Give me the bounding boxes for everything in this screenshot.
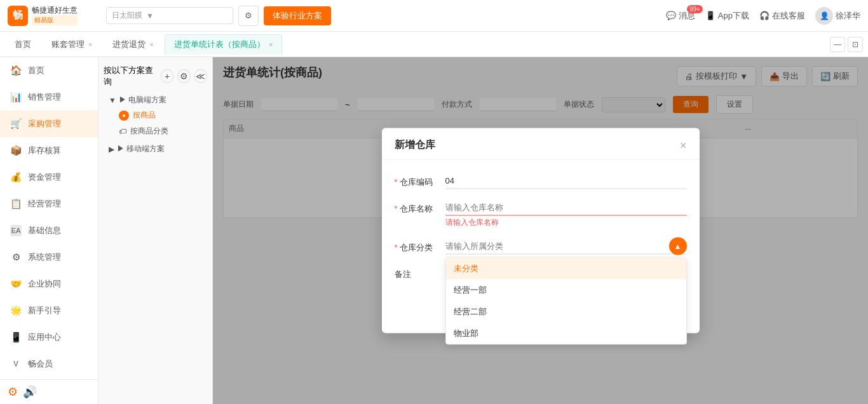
- sales-icon: 📊: [10, 91, 22, 103]
- sidebar-item-sales[interactable]: 📊 销售管理: [0, 84, 98, 111]
- dropdown-item-uncategorized[interactable]: 未分类: [446, 258, 686, 279]
- app-download-button[interactable]: 📱 App下载: [705, 10, 749, 22]
- user-menu-button[interactable]: 👤 徐泽华: [815, 7, 860, 25]
- code-label: 仓库编码: [395, 173, 445, 188]
- user-avatar: 👤: [815, 7, 833, 25]
- home-icon: 🏠: [10, 65, 22, 76]
- dialog-body: 仓库编码 仓库名称 请输入仓库名称: [382, 160, 700, 302]
- member-icon: V: [10, 358, 22, 370]
- notification-button[interactable]: 💬 消息 99+: [666, 10, 695, 22]
- tab-account-label: 账套管理: [51, 39, 85, 50]
- cooperation-icon: 🤝: [10, 278, 22, 290]
- scheme-tree: ▼ ▶ 电脑端方案 ● 按商品 🏷 按商品分类 ▶ ▶ 移动端: [104, 93, 207, 156]
- scheme-item-by-product[interactable]: ● 按商品: [109, 107, 207, 123]
- active-scheme-dot: ●: [119, 111, 129, 121]
- basic-icon: EA: [10, 225, 22, 236]
- sidebar-label-cooperation: 企业协同: [28, 278, 61, 290]
- category-arrow-button[interactable]: ▲: [669, 238, 687, 255]
- query-panel-header: 按以下方案查询 + ⚙ ≪: [104, 65, 207, 88]
- form-row-category: 仓库分类 ▲ 未分类 经营一部 经营二部 物业部: [395, 238, 687, 255]
- settings-button[interactable]: ⚙: [238, 6, 259, 26]
- tab-bar: 首页 账套管理 × 进货退货 × 进货单统计表（按商品） × — ⊡: [0, 32, 868, 57]
- logo-icon: 畅: [8, 6, 28, 26]
- name-label: 仓库名称: [395, 199, 445, 215]
- operation-icon: 📋: [10, 198, 22, 210]
- sidebar-item-basic[interactable]: EA 基础信息: [0, 217, 98, 244]
- query-collapse-button[interactable]: ≪: [194, 69, 207, 83]
- top-header: 畅 畅捷通好生意 精易版 日太阳膜 ▼ ⚙ 体验行业方案 💬 消息 99+ 📱 …: [0, 0, 868, 32]
- online-service-label: 在线客服: [772, 10, 805, 22]
- query-settings-button[interactable]: ⚙: [177, 69, 190, 83]
- category-control: ▲: [445, 238, 687, 255]
- sidebar-item-guide[interactable]: 🌟 新手引导: [0, 297, 98, 324]
- sidebar-label-sales: 销售管理: [28, 91, 61, 103]
- sidebar: 🏠 首页 📊 销售管理 🛒 采购管理 📦 库存核算 💰 资金管理 📋 经营管理 …: [0, 57, 98, 404]
- tab-purchase-return[interactable]: 进货退货 ×: [103, 34, 163, 55]
- sidebar-speaker-icon[interactable]: 🔊: [23, 385, 37, 399]
- sidebar-item-system[interactable]: ⚙ 系统管理: [0, 244, 98, 271]
- tab-maximize-button[interactable]: ⊡: [848, 37, 863, 52]
- dialog-close-button[interactable]: ×: [680, 139, 687, 151]
- code-input[interactable]: [445, 173, 687, 189]
- tab-purchase-return-close[interactable]: ×: [149, 41, 153, 48]
- sidebar-item-purchase[interactable]: 🛒 采购管理: [0, 111, 98, 137]
- dropdown-item-dept1[interactable]: 经营一部: [446, 279, 686, 301]
- sidebar-item-cooperation[interactable]: 🤝 企业协同: [0, 271, 98, 297]
- tab-account-close[interactable]: ×: [88, 41, 92, 48]
- sidebar-item-finance[interactable]: 💰 资金管理: [0, 164, 98, 191]
- name-error-msg: 请输入仓库名称: [445, 217, 687, 228]
- tab-account[interactable]: 账套管理 ×: [42, 34, 102, 55]
- scheme-group-mobile-header[interactable]: ▶ ▶ 移动端方案: [109, 142, 207, 156]
- search-text: 日太阳膜: [112, 10, 142, 21]
- sidebar-settings-icon[interactable]: ⚙: [8, 385, 18, 399]
- sidebar-label-member: 畅会员: [28, 358, 53, 370]
- sidebar-item-inventory[interactable]: 📦 库存核算: [0, 137, 98, 164]
- scheme-category-icon: 🏷: [119, 127, 126, 136]
- system-icon: ⚙: [10, 252, 22, 263]
- logo-badge: 精易版: [32, 15, 78, 25]
- new-warehouse-dialog: 新增仓库 × 仓库编码 仓库名称: [382, 128, 700, 333]
- left-query-panel: 按以下方案查询 + ⚙ ≪ ▼ ▶ 电脑端方案 ● 按商品 🏷: [98, 57, 213, 404]
- search-box[interactable]: 日太阳膜 ▼: [106, 7, 233, 24]
- trial-button[interactable]: 体验行业方案: [264, 6, 331, 25]
- tab-purchase-stat-close[interactable]: ×: [269, 41, 273, 48]
- logo-text-block: 畅捷通好生意 精易版: [32, 6, 78, 26]
- guide-icon: 🌟: [10, 305, 22, 316]
- tab-controls: — ⊡: [830, 37, 863, 52]
- scheme-by-category-label: 按商品分类: [130, 126, 168, 137]
- sidebar-label-operation: 经营管理: [28, 198, 61, 210]
- scheme-item-by-category[interactable]: 🏷 按商品分类: [109, 123, 207, 139]
- search-dropdown-icon: ▼: [146, 11, 154, 20]
- app-icon: 📱: [705, 11, 715, 20]
- sidebar-label-guide: 新手引导: [28, 305, 61, 316]
- purchase-icon: 🛒: [10, 118, 22, 130]
- tab-purchase-stat[interactable]: 进货单统计表（按商品） ×: [165, 34, 282, 55]
- online-service-button[interactable]: 🎧 在线客服: [759, 10, 805, 22]
- user-name: 徐泽华: [836, 10, 860, 22]
- sidebar-label-home: 首页: [28, 65, 44, 76]
- sidebar-item-home[interactable]: 🏠 首页: [0, 57, 98, 84]
- sidebar-item-operation[interactable]: 📋 经营管理: [0, 191, 98, 217]
- scheme-group-computer-header[interactable]: ▼ ▶ 电脑端方案: [109, 93, 207, 107]
- tab-minimize-button[interactable]: —: [830, 37, 845, 52]
- name-control: 请输入仓库名称: [445, 199, 687, 228]
- search-area: 日太阳膜 ▼ ⚙ 体验行业方案: [106, 6, 666, 26]
- sidebar-label-finance: 资金管理: [28, 172, 61, 183]
- category-label: 仓库分类: [395, 238, 445, 253]
- scheme-group-mobile: ▶ ▶ 移动端方案: [109, 142, 207, 156]
- name-input[interactable]: [445, 199, 687, 216]
- category-input[interactable]: [445, 238, 687, 255]
- dropdown-item-dept2[interactable]: 经营二部: [446, 301, 686, 323]
- dialog-title: 新增仓库: [395, 138, 435, 152]
- category-dropdown-list: 未分类 经营一部 经营二部 物业部: [445, 257, 687, 345]
- tab-purchase-return-label: 进货退货: [112, 39, 146, 50]
- sidebar-item-apps[interactable]: 📱 应用中心: [0, 324, 98, 351]
- dropdown-item-property[interactable]: 物业部: [446, 323, 686, 344]
- query-add-button[interactable]: +: [161, 69, 173, 83]
- main-layout: 🏠 首页 📊 销售管理 🛒 采购管理 📦 库存核算 💰 资金管理 📋 经营管理 …: [0, 57, 868, 404]
- mobile-expand-icon: ▶: [109, 145, 114, 154]
- sidebar-item-member[interactable]: V 畅会员: [0, 351, 98, 377]
- sidebar-label-purchase: 采购管理: [28, 118, 61, 130]
- computer-group-label: ▶ 电脑端方案: [119, 95, 166, 105]
- tab-home[interactable]: 首页: [5, 34, 41, 55]
